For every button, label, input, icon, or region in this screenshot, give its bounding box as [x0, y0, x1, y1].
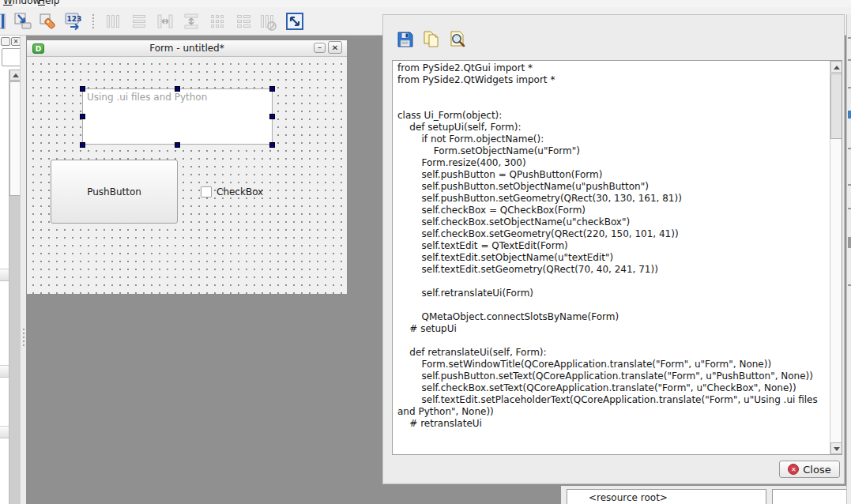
selection-handle-top-left[interactable] — [80, 86, 85, 92]
pushbutton-label: PushButton — [87, 186, 141, 197]
layout-vertically-icon[interactable] — [129, 11, 149, 32]
menu-bar: Window Help — [0, 0, 851, 7]
scroll-down-icon[interactable] — [830, 442, 842, 454]
scrollbar-thumb[interactable] — [9, 81, 21, 196]
checkbox-widget[interactable]: CheckBox — [201, 175, 281, 208]
selection-handle-top-right[interactable] — [269, 86, 275, 92]
widget-box-scrollbar[interactable] — [9, 70, 21, 504]
selection-handle-bottom-middle[interactable] — [175, 142, 180, 148]
splitter-handle[interactable] — [21, 326, 25, 348]
form-window-titlebar[interactable]: D Form - untitled* – ✕ — [27, 40, 347, 57]
dock-close-icon[interactable]: ✕ — [11, 37, 21, 46]
edit-buddies-icon[interactable] — [38, 11, 58, 32]
scroll-up-icon[interactable] — [830, 61, 842, 73]
save-icon[interactable] — [395, 29, 416, 50]
right-panel-selection — [848, 111, 851, 118]
code-view[interactable]: from PySide2.QtGui import * from PySide2… — [392, 60, 842, 455]
selection-handle-middle-right[interactable] — [269, 114, 275, 119]
form-window-title: Form - untitled* — [27, 43, 347, 54]
toolbar-separator — [92, 13, 94, 29]
edit-widgets-icon[interactable] — [0, 11, 9, 32]
qt-designer-screen: Window Help 123 — [0, 0, 851, 504]
minimize-button[interactable]: – — [314, 43, 326, 53]
resource-root-label: <resource root> — [589, 492, 668, 503]
dock-margin — [21, 36, 26, 504]
resource-browser-sliver: <resource root> — [561, 486, 851, 504]
layout-horizontal-splitter-icon[interactable] — [155, 11, 175, 32]
close-red-icon: ✕ — [788, 464, 799, 475]
dock-float-icon[interactable] — [1, 37, 10, 46]
menu-help[interactable]: Help — [38, 0, 59, 6]
layout-grid-icon[interactable] — [207, 11, 228, 32]
break-layout-icon[interactable] — [257, 11, 277, 32]
layout-vertical-splitter-icon[interactable] — [181, 11, 201, 32]
form-canvas[interactable]: Using .ui files and Python PushButton Ch… — [27, 57, 347, 294]
form-designer-window: D Form - untitled* – ✕ Using .ui files a… — [26, 39, 348, 295]
svg-text:123: 123 — [67, 15, 82, 23]
scroll-up-icon[interactable] — [9, 70, 21, 81]
textedit-widget[interactable]: Using .ui files and Python — [82, 88, 273, 145]
adjust-size-icon[interactable] — [284, 11, 305, 32]
close-button-label: Close — [803, 464, 830, 476]
checkbox-indicator[interactable] — [201, 186, 212, 197]
resource-list-box[interactable] — [772, 489, 851, 504]
find-icon[interactable] — [447, 29, 468, 50]
selection-handle-bottom-left[interactable] — [80, 142, 85, 148]
code-scrollbar-thumb[interactable] — [830, 73, 842, 139]
edit-tab-order-icon[interactable]: 123 — [63, 11, 84, 32]
pushbutton-widget[interactable]: PushButton — [51, 160, 178, 224]
layout-horizontally-icon[interactable] — [103, 11, 123, 32]
close-window-button[interactable]: ✕ — [328, 41, 342, 54]
close-button[interactable]: ✕ Close — [779, 461, 840, 478]
checkbox-label: CheckBox — [217, 186, 263, 197]
generated-python-code: from PySide2.QtGui import * from PySide2… — [393, 61, 827, 431]
widget-category-item[interactable] — [0, 269, 9, 281]
resource-tree-box[interactable]: <resource root> — [567, 489, 766, 504]
widget-category-item[interactable] — [0, 365, 9, 378]
menu-window[interactable]: Window — [3, 0, 40, 6]
textedit-placeholder: Using .ui files and Python — [83, 89, 272, 105]
widget-box-panel: ✕ — [0, 36, 21, 504]
copy-icon[interactable] — [421, 29, 442, 50]
selection-handle-middle-left[interactable] — [80, 114, 85, 119]
code-scrollbar[interactable] — [830, 61, 842, 454]
right-panel-sliver — [846, 14, 851, 504]
edit-signals-slots-icon[interactable] — [13, 11, 33, 32]
layout-form-icon[interactable] — [233, 11, 254, 32]
widget-filter-input[interactable] — [2, 48, 21, 66]
code-preview-dialog: from PySide2.QtGui import * from PySide2… — [382, 14, 845, 484]
widget-category-item[interactable] — [0, 426, 9, 438]
selection-handle-bottom-right[interactable] — [269, 142, 275, 148]
selection-handle-top-middle[interactable] — [175, 86, 180, 92]
